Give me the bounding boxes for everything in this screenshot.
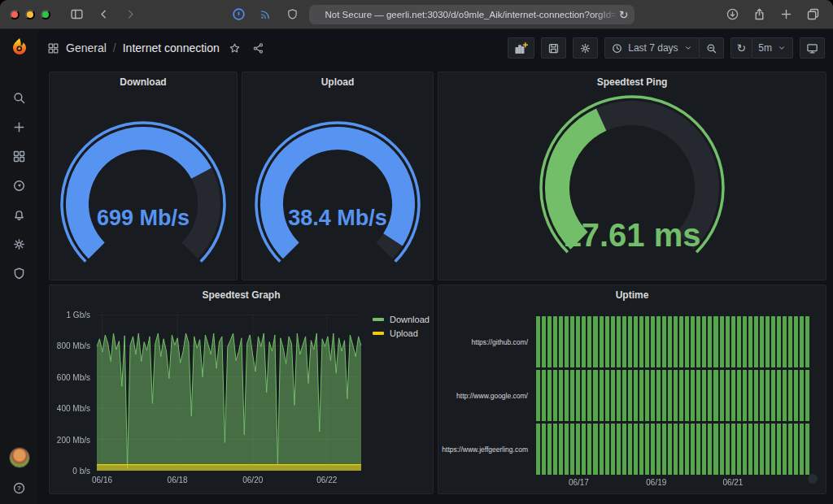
new-tab-button[interactable] bbox=[775, 4, 796, 25]
status-bar[interactable] bbox=[593, 316, 597, 367]
status-bar[interactable] bbox=[726, 424, 730, 475]
panel-title-ping[interactable]: Speedtest Ping bbox=[438, 72, 826, 90]
status-bar[interactable] bbox=[547, 316, 552, 367]
status-bar[interactable] bbox=[679, 370, 683, 421]
status-bar[interactable] bbox=[611, 370, 615, 421]
breadcrumb-dashboard-title[interactable]: Internet connection bbox=[123, 41, 220, 54]
status-bar[interactable] bbox=[542, 424, 546, 475]
status-bar[interactable] bbox=[800, 316, 804, 367]
status-bar[interactable] bbox=[788, 316, 792, 367]
status-bar[interactable] bbox=[600, 370, 604, 421]
status-bar[interactable] bbox=[547, 370, 552, 421]
status-bar[interactable] bbox=[760, 370, 764, 421]
onepassword-extension-button[interactable] bbox=[229, 4, 250, 25]
status-bar[interactable] bbox=[691, 370, 695, 421]
status-bar[interactable] bbox=[565, 370, 569, 421]
status-bar[interactable] bbox=[593, 370, 597, 421]
window-minimize-button[interactable] bbox=[25, 10, 35, 20]
status-bar[interactable] bbox=[605, 424, 609, 475]
status-bar[interactable] bbox=[713, 424, 717, 475]
status-bar[interactable] bbox=[645, 316, 649, 367]
user-avatar[interactable] bbox=[9, 447, 30, 468]
status-bar[interactable] bbox=[565, 316, 569, 367]
panel-title-download[interactable]: Download bbox=[50, 72, 237, 90]
status-bar[interactable] bbox=[708, 424, 712, 475]
status-bar[interactable] bbox=[576, 316, 580, 367]
status-bar[interactable] bbox=[662, 316, 666, 367]
status-bar[interactable] bbox=[777, 316, 781, 367]
status-bar[interactable] bbox=[685, 316, 689, 367]
status-bar[interactable] bbox=[805, 316, 809, 367]
status-bar[interactable] bbox=[542, 370, 546, 421]
kiosk-mode-button[interactable] bbox=[800, 37, 825, 59]
status-bar[interactable] bbox=[622, 370, 626, 421]
breadcrumb-folder[interactable]: General bbox=[66, 41, 107, 54]
status-bar[interactable] bbox=[622, 424, 626, 475]
status-bar[interactable] bbox=[679, 316, 683, 367]
status-bar[interactable] bbox=[685, 424, 689, 475]
status-bar[interactable] bbox=[696, 424, 700, 475]
legend-item-download[interactable]: Download bbox=[373, 315, 430, 324]
status-bar[interactable] bbox=[731, 316, 735, 367]
status-bar[interactable] bbox=[570, 424, 574, 475]
sidebar-item-explore[interactable] bbox=[6, 177, 33, 193]
status-bar[interactable] bbox=[743, 370, 747, 421]
status-bar[interactable] bbox=[737, 316, 741, 367]
status-bar[interactable] bbox=[771, 370, 775, 421]
add-panel-button[interactable] bbox=[508, 37, 534, 59]
status-bar[interactable] bbox=[634, 316, 638, 367]
status-bar[interactable] bbox=[794, 370, 798, 421]
status-bar[interactable] bbox=[771, 316, 775, 367]
status-bar[interactable] bbox=[765, 370, 770, 421]
status-bar[interactable] bbox=[708, 370, 712, 421]
status-bar[interactable] bbox=[731, 424, 735, 475]
status-bar[interactable] bbox=[639, 316, 643, 367]
status-bar[interactable] bbox=[611, 316, 615, 367]
status-bar[interactable] bbox=[691, 316, 695, 367]
status-bar[interactable] bbox=[628, 424, 632, 475]
status-bar[interactable] bbox=[582, 316, 586, 367]
status-bar[interactable] bbox=[777, 370, 781, 421]
status-bar[interactable] bbox=[656, 316, 661, 367]
content-blocker-extension-button[interactable] bbox=[282, 4, 303, 25]
status-bar[interactable] bbox=[628, 370, 632, 421]
status-bar[interactable] bbox=[674, 370, 678, 421]
rss-extension-button[interactable] bbox=[255, 4, 277, 25]
status-bar[interactable] bbox=[617, 424, 621, 475]
status-bar[interactable] bbox=[662, 370, 666, 421]
status-bar[interactable] bbox=[559, 316, 563, 367]
refresh-interval-picker[interactable]: 5m bbox=[752, 37, 793, 59]
window-zoom-button[interactable] bbox=[41, 10, 50, 20]
status-bar[interactable] bbox=[639, 370, 643, 421]
status-bar[interactable] bbox=[726, 370, 730, 421]
status-bar[interactable] bbox=[679, 424, 683, 475]
status-bar[interactable] bbox=[553, 424, 557, 475]
panel-title-upload[interactable]: Upload bbox=[242, 72, 433, 90]
grafana-logo[interactable] bbox=[0, 29, 38, 65]
status-bar[interactable] bbox=[696, 316, 700, 367]
sidebar-item-configuration[interactable] bbox=[6, 236, 33, 252]
status-bar[interactable] bbox=[702, 370, 706, 421]
status-bar[interactable] bbox=[605, 316, 609, 367]
status-bar[interactable] bbox=[674, 424, 678, 475]
status-bar[interactable] bbox=[587, 316, 591, 367]
status-bar[interactable] bbox=[720, 316, 724, 367]
downloads-button[interactable] bbox=[722, 4, 743, 25]
status-bar[interactable] bbox=[765, 424, 770, 475]
status-bar[interactable] bbox=[760, 316, 764, 367]
status-bar[interactable] bbox=[656, 370, 661, 421]
status-bar[interactable] bbox=[685, 370, 689, 421]
status-bar[interactable] bbox=[800, 370, 804, 421]
status-bar[interactable] bbox=[651, 370, 655, 421]
status-bar[interactable] bbox=[788, 424, 792, 475]
status-bar[interactable] bbox=[622, 316, 626, 367]
status-bar[interactable] bbox=[783, 370, 787, 421]
share-button[interactable] bbox=[748, 4, 770, 25]
sidebar-item-alerting[interactable] bbox=[6, 206, 33, 223]
status-bar[interactable] bbox=[587, 424, 591, 475]
status-bar[interactable] bbox=[576, 424, 580, 475]
status-bar[interactable] bbox=[708, 316, 712, 367]
status-bar[interactable] bbox=[713, 316, 717, 367]
status-bar[interactable] bbox=[611, 424, 615, 475]
status-bar[interactable] bbox=[651, 316, 655, 367]
